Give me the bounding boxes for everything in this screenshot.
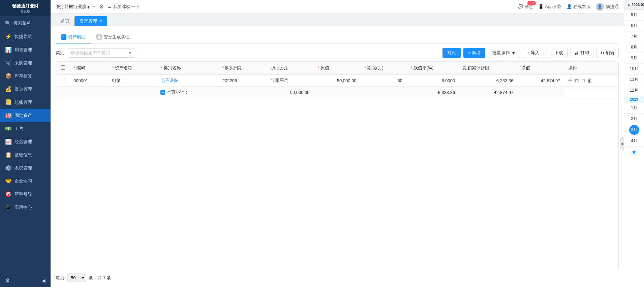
download-button[interactable]: ↓ 下载 [547,48,568,58]
content-area: 首页 资产管理 × ≡ 资产明细 📄 变更生成凭证 [51,13,624,287]
sidebar-item-inventory[interactable]: 📦 库存核算 [0,69,51,83]
per-page-label: 每页 [56,275,64,281]
online-service-button[interactable]: 👤 在线客服 [566,4,591,10]
month-9[interactable]: 9月 [624,53,644,64]
cell-category: 电子设备 [156,75,218,87]
tab-home[interactable]: 首页 [56,16,74,26]
month-2[interactable]: 2月 [624,114,644,124]
sidebar-item-label: 采购管理 [14,60,32,66]
tab-close-icon[interactable]: × [100,19,102,24]
cell-depreciation-method: 年限平均 [267,75,314,87]
header-original-value: * 原值 [314,62,361,75]
subtotal-original-value: 50,000.00 [267,87,314,98]
header-checkbox[interactable] [56,62,69,75]
header-net-value: 净值 [517,62,564,75]
month-12[interactable]: 12月 [624,85,644,96]
month-6[interactable]: 6月 [624,21,644,31]
app-logo: 畅捷通好业财 普及版 [0,0,51,17]
tab-asset-management[interactable]: 资产管理 × [74,16,107,26]
row-checkbox-cell[interactable] [56,75,69,87]
filter-placeholder: 请选择固定资产类别 [71,50,126,56]
experience-icon: ☁ [107,4,112,9]
company-selector[interactable]: 医疗器械行业演示 ▼ [56,4,96,10]
company-dropdown-icon: ▼ [92,5,96,8]
sidebar-item-guide[interactable]: 🎯 新手引导 [0,188,51,201]
header-action: 操作 [564,62,618,75]
sidebar-item-system[interactable]: ⚙️ 系统管理 [0,161,51,174]
month-1[interactable]: 1月 [624,103,644,114]
sidebar-item-label: 基础信息 [14,152,32,158]
print-icon: 🖨 [575,51,579,56]
basic-info-icon: 📋 [5,152,12,158]
sidebar-item-quicknav[interactable]: ⚡ 快捷导航 [0,30,51,43]
edit-icon[interactable]: ✏ [568,78,572,83]
sidebar-item-operations[interactable]: 📈 经营管理 [0,135,51,148]
sidebar-item-salary[interactable]: 💵 工资 [0,122,51,135]
month-4[interactable]: 4月 [624,136,644,147]
collapse-icon[interactable]: ◀ [42,278,45,283]
sidebar-item-label: 固定资产 [14,113,32,119]
sidebar-search[interactable]: 🔍 搜索菜单 [0,17,51,30]
month-5[interactable]: 5月 [624,10,644,21]
add-new-button[interactable]: + 新增 [463,48,485,58]
delete-icon[interactable]: 🗑 [587,78,592,83]
print-button[interactable]: 🖨 打印 [570,48,593,58]
subtotal-net-value: 42,874.97 [459,87,517,98]
subtab-change-voucher[interactable]: 📄 变更生成凭证 [91,31,135,43]
experience-button[interactable]: ☁ 我要体验一下 [107,4,140,10]
month-11[interactable]: 11月 [624,74,644,85]
settings-icon[interactable]: ⚙ [5,277,10,284]
sidebar-item-label: 工资 [14,126,23,132]
download-icon: 📱 [538,4,544,9]
panel-toggle[interactable]: ◀ [620,137,624,150]
messages-button[interactable]: 💬 消息 99+ [518,4,533,10]
sidebar-item-sales[interactable]: 📊 销售管理 [0,43,51,56]
filter-category-select[interactable]: 请选择固定资产类别 ▼ [68,48,135,58]
cell-original-value: 50,000.00 [314,75,361,87]
subtotal-label-cell: ≡ 本页小计： [156,87,218,98]
top-bar: 医疗器械行业演示 ▼ ⚙ ☁ 我要体验一下 💬 消息 99+ 📱 App下载 👤… [51,0,624,13]
row-checkbox[interactable] [61,78,65,82]
sidebar-item-enterprise[interactable]: 🤝 企业协同 [0,174,51,188]
sidebar-item-basic-info[interactable]: 📋 基础信息 [0,148,51,161]
subtotal-icon: ≡ [160,90,165,95]
header-category: * 类别名称 [156,62,218,75]
pagination-area: 每页 50 100 200 条，共 1 条 [56,270,619,282]
copy-icon[interactable]: ⊡ [575,78,579,83]
subtotal-row: ≡ 本页小计： 50,000.00 6,333.36 42,874.97 [56,87,618,98]
search-icon: 🔍 [5,21,11,26]
month-7[interactable]: 7月 [624,31,644,42]
total-label: 条，共 1 条 [89,275,111,281]
calendar-nav-down[interactable]: ▼ [624,147,644,159]
experience-label: 我要体验一下 [113,4,140,10]
detail-icon[interactable]: □ [582,78,584,83]
app-download-button[interactable]: 📱 App下载 [538,4,561,10]
sidebar-item-app-center[interactable]: 📱 应用中心 [0,201,51,214]
month-3-current[interactable]: 3月 [629,125,639,135]
avatar-icon: 👤 [597,4,602,9]
user-info[interactable]: 👤 畅捷通 [596,3,619,11]
topbar-settings-icon[interactable]: ⚙ [99,3,104,10]
guide-icon: 🎯 [5,191,12,197]
asset-management-label: 资产管理 [80,18,97,24]
calendar-up-arrow[interactable]: ▲ [626,2,632,8]
month-8[interactable]: 8月 [624,42,644,53]
select-all-checkbox[interactable] [61,65,65,70]
batch-ops-button[interactable]: 批量操作 ▼ [488,48,520,58]
tab-bar: 首页 资产管理 × [51,13,624,26]
inventory-icon: 📦 [5,73,12,79]
refresh-button[interactable]: ↻ 刷新 [596,48,619,58]
sidebar-bottom: ⚙ ◀ [0,274,51,287]
per-page-select[interactable]: 50 100 200 [67,274,86,282]
subtotal-initial-depreciation: 6,333.36 [406,87,459,98]
sidebar-item-fixed-assets[interactable]: 🏭 固定资产 [0,109,51,122]
subtotal-label: 本页小计： [167,89,189,95]
download-icon: ↓ [551,51,553,56]
subtab-asset-detail[interactable]: ≡ 资产明细 [56,31,91,43]
month-10[interactable]: 10月 [624,64,644,74]
sidebar-item-purchase[interactable]: 🛒 采购管理 [0,56,51,69]
sidebar-item-ledger[interactable]: 📒 总账管理 [0,96,51,109]
reconcile-button[interactable]: 对账 [442,48,461,58]
import-button[interactable]: ↑ 导入 [523,48,544,58]
sidebar-item-funds[interactable]: 💰 资金管理 [0,83,51,96]
